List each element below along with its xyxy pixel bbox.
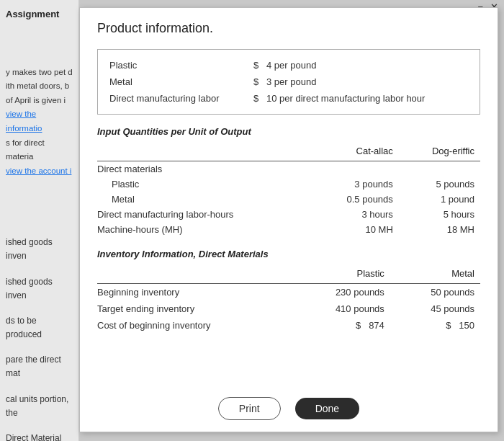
sidebar-link-account[interactable]: view the account i	[6, 164, 73, 179]
sidebar-s2-4: ds to be produced	[6, 314, 73, 342]
inventory-heading: Inventory Information, Direct Materials	[97, 249, 480, 259]
inventory-section: Inventory Information, Direct Materials …	[97, 249, 480, 334]
iq-row-1-cat: 3 pounds	[312, 177, 399, 192]
table-row: Target ending inventory 410 pounds 45 po…	[97, 300, 480, 317]
iq-row-2-dog: 1 pound	[399, 192, 480, 207]
inv-col-label-header	[97, 267, 292, 284]
print-button[interactable]: Print	[218, 397, 281, 420]
inv-row-1-plastic: 410 pounds	[292, 300, 390, 317]
inv-row-0-plastic: 230 pounds	[292, 284, 390, 301]
metal-label: Metal	[109, 76, 253, 87]
plastic-label: Plastic	[109, 60, 253, 71]
product-information-modal: Product information. Plastic $ 4 per pou…	[79, 7, 498, 432]
table-row: Plastic 3 pounds 5 pounds	[97, 177, 480, 192]
iq-row-3-label: Direct manufacturing labor-hours	[97, 207, 312, 222]
iq-row-2-cat: 0.5 pounds	[312, 192, 399, 207]
sidebar: Assignment y makes two pet d ith metal d…	[0, 0, 79, 441]
sidebar-s2-0: ished goods inven	[6, 236, 73, 263]
iq-col-cat-header: Cat-allac	[312, 144, 399, 161]
iq-row-0-cat	[312, 161, 399, 177]
iq-row-0-dog	[399, 161, 480, 177]
input-quantities-heading: Input Quantities per Unit of Output	[97, 126, 480, 137]
price-row-labor: Direct manufacturing labor $ 10 per dire…	[109, 93, 468, 104]
iq-row-2-label: Metal	[97, 192, 312, 207]
sidebar-s2-6: pare the direct mat	[6, 353, 73, 380]
inv-row-2-metal-val: 150	[459, 320, 474, 331]
sidebar-link-info[interactable]: view the informatio	[6, 107, 73, 135]
iq-col-label-header	[97, 144, 312, 161]
table-row: Machine-hours (MH) 10 MH 18 MH	[97, 222, 480, 237]
iq-row-1-dog: 5 pounds	[399, 177, 480, 192]
iq-row-0-label: Direct materials	[97, 161, 312, 177]
inv-row-2-plastic-val: 874	[369, 320, 384, 331]
inv-row-0-metal: 50 pounds	[390, 284, 480, 301]
table-row: Direct manufacturing labor-hours 3 hours…	[97, 207, 480, 222]
table-row: Direct materials	[97, 161, 480, 177]
inv-row-2-dollar-plastic: $	[356, 320, 361, 331]
metal-dollar: $	[253, 76, 266, 87]
modal-title: Product information.	[80, 8, 230, 43]
sidebar-title: Assignment	[6, 7, 73, 22]
prices-section: Plastic $ 4 per pound Metal $ 3 per poun…	[97, 49, 480, 115]
iq-row-4-cat: 10 MH	[312, 222, 399, 237]
metal-value: 3 per pound	[266, 76, 468, 87]
plastic-value: 4 per pound	[266, 60, 468, 71]
inv-row-2-plastic: $ 874	[292, 317, 390, 334]
inv-col-metal-header: Metal	[390, 267, 480, 284]
labor-value: 10 per direct manufacturing labor hour	[266, 93, 468, 104]
iq-row-4-dog: 18 MH	[399, 222, 480, 237]
table-row: Beginning inventory 230 pounds 50 pounds	[97, 284, 480, 301]
input-quantities-section: Input Quantities per Unit of Output Cat-…	[97, 126, 480, 237]
labor-dollar: $	[253, 93, 266, 104]
sidebar-s2-8: cal units portion, the	[6, 393, 73, 420]
plastic-dollar: $	[253, 60, 266, 71]
price-row-plastic: Plastic $ 4 per pound	[109, 60, 468, 71]
inventory-table: Plastic Metal Beginning inventory 230 po…	[97, 267, 480, 334]
inv-row-2-label: Cost of beginning inventory	[97, 317, 292, 334]
done-button[interactable]: Done	[295, 398, 359, 419]
sidebar-s2-2: ished goods inven	[6, 275, 73, 303]
iq-row-4-label: Machine-hours (MH)	[97, 222, 312, 237]
inv-col-plastic-header: Plastic	[292, 267, 390, 284]
sidebar-line-1: y makes two pet d	[6, 66, 73, 80]
sidebar-line-2: ith metal doors, b	[6, 79, 73, 94]
iq-row-3-cat: 3 hours	[312, 207, 399, 222]
sidebar-link-direct[interactable]: s for direct materia	[6, 136, 73, 164]
inv-row-2-dollar-metal: $	[446, 320, 451, 331]
inv-row-0-label: Beginning inventory	[97, 284, 292, 301]
modal-body: Plastic $ 4 per pound Metal $ 3 per poun…	[80, 43, 498, 388]
iq-col-dog-header: Dog-eriffic	[399, 144, 480, 161]
inv-row-1-metal: 45 pounds	[390, 300, 480, 317]
modal-footer: Print Done	[80, 388, 498, 432]
sidebar-s2-10: Direct Material	[6, 432, 73, 441]
table-row: Metal 0.5 pounds 1 pound	[97, 192, 480, 207]
inv-row-1-label: Target ending inventory	[97, 300, 292, 317]
table-row: Cost of beginning inventory $ 874 $ 150	[97, 317, 480, 334]
iq-row-3-dog: 5 hours	[399, 207, 480, 222]
input-quantities-table: Cat-allac Dog-eriffic Direct materials P…	[97, 144, 480, 237]
sidebar-line-3: of April is given i	[6, 94, 73, 108]
price-row-metal: Metal $ 3 per pound	[109, 76, 468, 87]
inv-row-2-metal: $ 150	[390, 317, 480, 334]
iq-row-1-label: Plastic	[97, 177, 312, 192]
labor-label: Direct manufacturing labor	[109, 93, 253, 104]
